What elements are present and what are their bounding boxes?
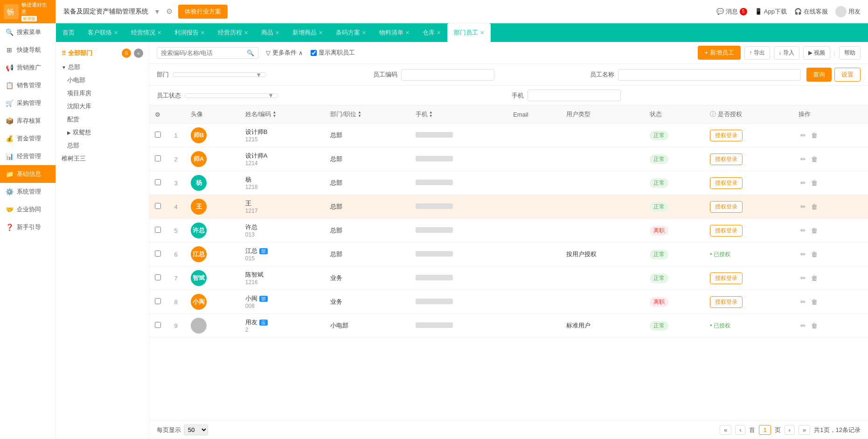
edit-button[interactable]: ✏ bbox=[799, 297, 808, 307]
dept-item-project[interactable]: 项目库房 bbox=[56, 87, 149, 100]
row-checkbox[interactable] bbox=[155, 298, 161, 304]
sidebar-item-sales[interactable]: 📋 销售管理 bbox=[0, 77, 56, 94]
edit-button[interactable]: ✏ bbox=[799, 202, 808, 211]
tab-home[interactable]: 首页 bbox=[56, 23, 81, 42]
delete-button[interactable]: 🗑 bbox=[809, 226, 819, 235]
row-checkbox[interactable] bbox=[155, 251, 161, 257]
delete-button[interactable]: 🗑 bbox=[809, 321, 819, 330]
dept-item-shenyang[interactable]: 沈阳大库 bbox=[56, 100, 149, 113]
auth-login-button[interactable]: 授权登录 bbox=[710, 296, 743, 308]
prev-page-btn[interactable]: ‹ bbox=[735, 425, 745, 435]
tab-history[interactable]: 经营历程✕ bbox=[211, 23, 255, 42]
search-box[interactable]: 🔍 bbox=[157, 47, 258, 59]
tab-profit[interactable]: 利润报告✕ bbox=[168, 23, 211, 42]
col-dept[interactable]: 部门/职位 ▲▼ bbox=[325, 105, 410, 124]
close-icon[interactable]: ✕ bbox=[362, 30, 366, 36]
close-icon[interactable]: ✕ bbox=[275, 30, 279, 36]
row-checkbox-cell[interactable] bbox=[149, 266, 167, 290]
close-icon[interactable]: ✕ bbox=[405, 30, 410, 36]
first-page-btn[interactable]: « bbox=[720, 425, 731, 435]
dept-item-zongbu[interactable]: 总部 bbox=[56, 139, 149, 152]
row-checkbox-cell[interactable] bbox=[149, 147, 167, 171]
dept-item-yucaiwang[interactable]: 椎树王三 bbox=[56, 152, 149, 165]
edit-button[interactable]: ✏ bbox=[799, 178, 808, 188]
sidebar-item-finance[interactable]: 💰 资金管理 bbox=[0, 130, 56, 147]
dropdown-icon[interactable]: ▼ bbox=[154, 8, 160, 15]
import-button[interactable]: ↓ 导入 bbox=[774, 46, 799, 60]
row-checkbox[interactable] bbox=[155, 179, 161, 185]
edit-button[interactable]: ✏ bbox=[799, 226, 808, 235]
tab-warehouse[interactable]: 仓库✕ bbox=[416, 23, 447, 42]
close-icon[interactable]: ✕ bbox=[480, 30, 484, 36]
online-service-btn[interactable]: 🎧 在线客服 bbox=[794, 7, 828, 16]
row-checkbox[interactable] bbox=[155, 203, 161, 209]
dept-item-root[interactable]: ▼ 总部 bbox=[56, 61, 149, 74]
auth-login-button[interactable]: 授权登录 bbox=[710, 130, 743, 141]
sidebar-item-shortcut[interactable]: ⊞ 快捷导航 bbox=[0, 41, 56, 59]
row-checkbox-cell[interactable] bbox=[149, 171, 167, 195]
show-resigned-check[interactable]: 显示离职员工 bbox=[311, 49, 355, 57]
delete-button[interactable]: 🗑 bbox=[809, 154, 819, 164]
dept-item-xiaodian[interactable]: 小电部 bbox=[56, 74, 149, 87]
delete-button[interactable]: 🗑 bbox=[809, 297, 819, 307]
row-checkbox-cell[interactable] bbox=[149, 124, 167, 147]
edit-button[interactable]: ✏ bbox=[799, 273, 808, 283]
export-button[interactable]: ↑ 导出 bbox=[744, 46, 770, 60]
edit-button[interactable]: ✏ bbox=[799, 250, 808, 259]
message-btn[interactable]: 💬 消息 5 bbox=[716, 7, 747, 16]
tab-material[interactable]: 物料清单✕ bbox=[373, 23, 416, 42]
edit-button[interactable]: ✏ bbox=[799, 321, 808, 330]
row-checkbox-cell[interactable] bbox=[149, 219, 167, 243]
query-button[interactable]: 查询 bbox=[806, 68, 832, 82]
dept-item-peihuo[interactable]: 配货 bbox=[56, 113, 149, 126]
edit-button[interactable]: ✏ bbox=[799, 131, 808, 140]
delete-button[interactable]: 🗑 bbox=[809, 131, 819, 140]
close-icon[interactable]: ✕ bbox=[114, 30, 118, 36]
row-checkbox[interactable] bbox=[155, 132, 161, 138]
row-checkbox[interactable] bbox=[155, 155, 161, 161]
resigned-checkbox[interactable] bbox=[311, 50, 317, 56]
per-page-select[interactable]: 50 20 100 bbox=[184, 425, 208, 435]
row-checkbox-cell[interactable] bbox=[149, 195, 167, 219]
sidebar-item-marketing[interactable]: 📢 营销推广 bbox=[0, 59, 56, 77]
current-page[interactable]: 1 bbox=[759, 425, 771, 435]
tab-customer[interactable]: 客户联络✕ bbox=[81, 23, 125, 42]
col-settings[interactable]: ⚙ bbox=[149, 105, 167, 124]
close-icon[interactable]: ✕ bbox=[201, 30, 205, 36]
delete-button[interactable]: 🗑 bbox=[809, 250, 819, 259]
help-button[interactable]: 帮助 bbox=[839, 46, 861, 60]
last-page-btn[interactable]: » bbox=[799, 425, 810, 435]
sidebar-item-system[interactable]: ⚙️ 系统管理 bbox=[0, 183, 56, 201]
close-icon[interactable]: ✕ bbox=[244, 30, 248, 36]
close-icon[interactable]: ✕ bbox=[157, 30, 161, 36]
employee-code-input[interactable] bbox=[401, 69, 494, 81]
dept-add-icon[interactable]: 6 bbox=[122, 49, 131, 58]
more-conditions-btn[interactable]: ▽ 更多条件 ∧ bbox=[262, 47, 307, 59]
tab-department[interactable]: 部门员工✕ bbox=[447, 23, 491, 42]
col-phone[interactable]: 手机 ▲▼ bbox=[410, 105, 508, 124]
delete-button[interactable]: 🗑 bbox=[809, 273, 819, 283]
search-input[interactable] bbox=[161, 49, 245, 56]
row-checkbox-cell[interactable] bbox=[149, 243, 167, 266]
auth-login-button[interactable]: 授权登录 bbox=[710, 225, 743, 237]
col-name[interactable]: 姓名/编码 ▲▼ bbox=[240, 105, 325, 124]
tab-operation-status[interactable]: 经营情况✕ bbox=[125, 23, 168, 42]
next-page-btn[interactable]: › bbox=[785, 425, 795, 435]
row-checkbox[interactable] bbox=[155, 227, 161, 233]
tab-add-goods[interactable]: 新增商品✕ bbox=[286, 23, 329, 42]
view-button[interactable]: ▶ 视频 bbox=[803, 46, 830, 60]
user-btn[interactable]: 用友 bbox=[835, 6, 861, 17]
sidebar-item-search[interactable]: 🔍 搜索菜单 bbox=[0, 23, 56, 41]
delete-button[interactable]: 🗑 bbox=[809, 178, 819, 188]
app-download-btn[interactable]: 📱 App下载 bbox=[755, 7, 787, 16]
set-button[interactable]: 设置 bbox=[834, 68, 861, 82]
dept-select[interactable]: ▼ bbox=[173, 72, 266, 77]
trial-button[interactable]: 体验行业方案 bbox=[178, 5, 228, 19]
row-checkbox-cell[interactable] bbox=[149, 314, 167, 338]
phone-input[interactable] bbox=[528, 90, 621, 101]
auth-login-button[interactable]: 授权登录 bbox=[710, 272, 743, 284]
row-checkbox[interactable] bbox=[155, 274, 161, 280]
tab-goods[interactable]: 商品✕ bbox=[255, 23, 286, 42]
close-icon[interactable]: ✕ bbox=[319, 30, 323, 36]
auth-login-button[interactable]: 授权登录 bbox=[710, 201, 743, 213]
